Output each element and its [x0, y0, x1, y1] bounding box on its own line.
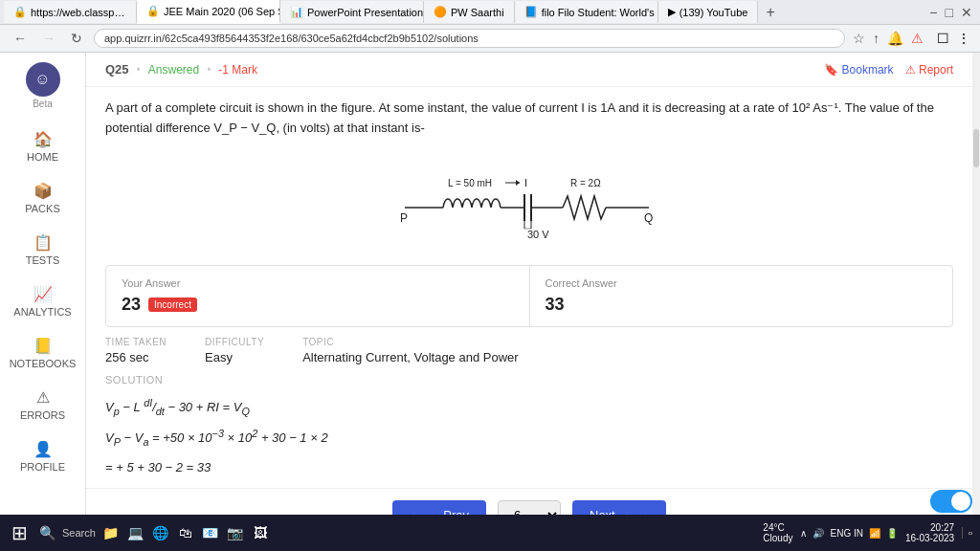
taskbar-left: ⊞ 🔍 Search 📁 💻 🌐 🛍 📧 📷 🖼: [8, 519, 757, 546]
volume-icon[interactable]: 🔊: [813, 528, 824, 539]
sidebar: ☺ Beta 🏠 HOME 📦 PACKS 📋 TESTS 📈 ANALYTIC…: [0, 53, 86, 515]
logo-icon: ☺: [26, 62, 60, 97]
notification-icon[interactable]: 🔔: [887, 31, 903, 46]
taskbar-photos[interactable]: 🖼: [251, 523, 270, 542]
meta-divider: •: [137, 63, 141, 77]
search-label: Search: [62, 527, 96, 539]
tab-1[interactable]: 🔒 https://web.classplusapp.com/h...: [4, 1, 137, 23]
wifi-icon[interactable]: 📶: [869, 528, 880, 539]
sidebar-label-errors: ERRORS: [20, 409, 65, 421]
taskbar-terminal[interactable]: 💻: [126, 523, 145, 542]
svg-text:R = 2Ω: R = 2Ω: [570, 178, 601, 188]
circuit-diagram: P Q I L = 50 mH R = 2Ω 30 V: [105, 160, 953, 255]
windows-start-button[interactable]: ⊞: [8, 519, 32, 546]
tab-toggle-icon[interactable]: ☐: [937, 31, 949, 46]
circuit-svg: P Q I L = 50 mH R = 2Ω 30 V: [395, 169, 663, 246]
profile-icon: 👤: [33, 440, 53, 458]
taskbar-mail[interactable]: 📧: [201, 523, 220, 542]
your-answer-number: 23: [122, 295, 141, 315]
tab-2-icon: 🔒: [146, 5, 160, 17]
your-answer-label: Your Answer: [122, 277, 514, 289]
scrollbar[interactable]: [972, 53, 980, 515]
correct-answer-panel: Correct Answer 33: [530, 266, 953, 326]
tab-3[interactable]: 📊 PowerPoint Presentation: [280, 1, 424, 23]
answer-section: Your Answer 23 Incorrect Correct Answer …: [105, 265, 953, 327]
your-answer-value-row: 23 Incorrect: [122, 295, 514, 315]
next-button[interactable]: Next → →: [572, 500, 666, 515]
main-container: ☺ Beta 🏠 HOME 📦 PACKS 📋 TESTS 📈 ANALYTIC…: [0, 53, 980, 515]
maximize-button[interactable]: □: [942, 3, 957, 22]
report-button[interactable]: ⚠ Report: [905, 63, 953, 77]
svg-text:Q: Q: [644, 211, 653, 225]
bookmark-button[interactable]: 🔖 Bookmark: [824, 63, 893, 77]
sidebar-item-notebooks[interactable]: 📒 NOTEBOOKS: [0, 329, 85, 377]
tab-2[interactable]: 🔒 JEE Main 2020 (06 Sep Shift ... ✕: [137, 0, 280, 24]
page-select[interactable]: 6 7 8: [498, 500, 561, 515]
tab-5[interactable]: 📘 filo Filo Student: World's Only Live .…: [515, 1, 658, 23]
show-desktop-button[interactable]: ▫: [962, 527, 972, 539]
question-number: Q25: [105, 62, 129, 77]
forward-button[interactable]: →: [38, 29, 59, 48]
tab-3-label: PowerPoint Presentation: [307, 7, 423, 18]
sidebar-item-analytics[interactable]: 📈 ANALYTICS: [0, 277, 85, 325]
stats-section: TIME TAKEN 256 sec DIFFICULTY Easy TOPIC…: [105, 337, 953, 364]
logo-text: Beta: [33, 99, 53, 109]
warning-icon: ⚠: [911, 31, 924, 46]
question-meta: Q25 • Answered • -1 Mark: [105, 62, 257, 77]
sidebar-label-packs: PACKS: [25, 203, 59, 214]
scroll-thumb[interactable]: [973, 129, 979, 167]
prev-icon: ←: [410, 508, 422, 515]
prev-button[interactable]: ← ← Prev: [392, 500, 486, 515]
bookmark-star-icon[interactable]: ☆: [853, 31, 865, 46]
taskbar-camera[interactable]: 📷: [226, 523, 245, 542]
tab-5-icon: 📘: [524, 6, 538, 18]
sidebar-item-home[interactable]: 🏠 HOME: [0, 122, 85, 170]
tab-4[interactable]: 🟠 PW Saarthi: [424, 1, 515, 23]
taskbar: ⊞ 🔍 Search 📁 💻 🌐 🛍 📧 📷 🖼 24°C Cloudy ∧ 🔊…: [0, 515, 980, 551]
tab-6-icon: ▶: [668, 6, 676, 18]
solution-math: Vp − L dI/dt − 30 + RI = VQ VP − Va = +5…: [105, 393, 953, 480]
taskbar-edge[interactable]: 🌐: [151, 523, 170, 542]
tab-6-label: (139) YouTube: [679, 7, 748, 18]
close-button[interactable]: ✕: [957, 3, 976, 22]
svg-marker-10: [516, 180, 520, 186]
question-header: Q25 • Answered • -1 Mark 🔖 Bookmark ⚠ Re…: [86, 53, 972, 87]
share-icon[interactable]: ↑: [873, 31, 880, 46]
solution-line3: = + 5 + 30 − 2 = 33: [105, 455, 953, 480]
address-bar: ← → ↻ app.quizrr.in/62c5ca493f85644353f2…: [0, 25, 980, 53]
new-tab-button[interactable]: +: [762, 2, 778, 23]
url-text: app.quizrr.in/62c5ca493f85644353f2e168/6…: [104, 33, 479, 44]
weather-widget: 24°C Cloudy: [763, 522, 792, 543]
stat-difficulty: DIFFICULTY Easy: [205, 337, 264, 364]
toggle-knob: [951, 492, 970, 511]
taskbar-store[interactable]: 🛍: [176, 523, 195, 542]
minimize-button[interactable]: −: [925, 3, 941, 22]
sidebar-item-profile[interactable]: 👤 PROFILE: [0, 432, 85, 480]
solution-line2: VP − Va = +50 × 10−3 × 102 + 30 − 1 × 2: [105, 424, 953, 453]
battery-icon: 🔋: [886, 528, 898, 539]
home-icon: 🏠: [33, 130, 53, 148]
correct-answer-label: Correct Answer: [546, 277, 938, 289]
sidebar-item-errors[interactable]: ⚠ ERRORS: [0, 381, 85, 429]
taskbar-search[interactable]: 🔍: [37, 523, 56, 542]
sidebar-item-tests[interactable]: 📋 TESTS: [0, 226, 85, 274]
url-bar[interactable]: app.quizrr.in/62c5ca493f85644353f2e168/6…: [94, 29, 845, 48]
sidebar-label-tests: TESTS: [26, 254, 59, 266]
analytics-icon: 📈: [33, 285, 53, 303]
topic-label: TOPIC: [302, 337, 518, 347]
your-answer-panel: Your Answer 23 Incorrect: [106, 266, 530, 326]
tab-4-label: PW Saarthi: [451, 7, 504, 18]
taskbar-file-explorer[interactable]: 📁: [101, 523, 121, 542]
sidebar-item-packs[interactable]: 📦 PACKS: [0, 174, 85, 222]
svg-text:L = 50 mH: L = 50 mH: [448, 178, 492, 188]
tab-bar: 🔒 https://web.classplusapp.com/h... 🔒 JE…: [0, 0, 980, 25]
packs-icon: 📦: [33, 182, 53, 200]
tab-4-icon: 🟠: [434, 6, 447, 18]
reload-button[interactable]: ↻: [67, 29, 86, 48]
toggle-switch[interactable]: [930, 490, 972, 513]
meta-divider2: •: [207, 63, 211, 77]
tray-chevron[interactable]: ∧: [800, 528, 807, 539]
settings-icon[interactable]: ⋮: [957, 31, 970, 46]
tab-6[interactable]: ▶ (139) YouTube: [658, 1, 759, 23]
back-button[interactable]: ←: [10, 29, 31, 48]
